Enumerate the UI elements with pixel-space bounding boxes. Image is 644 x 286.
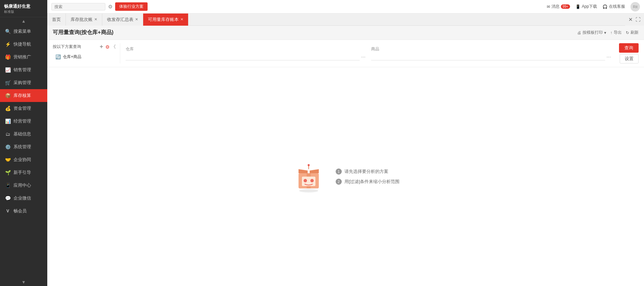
- scheme-warehouse-product[interactable]: 🔄 仓库+商品: [53, 52, 116, 61]
- filter-scheme-header: 按以下方案查询 ＋ ⚙ 《: [53, 43, 116, 50]
- topbar: ⚙ 体验行业方案 ✉ 消息 99+ 📱 App下载 🎧 在线客服 Rit: [47, 0, 644, 14]
- customer-service-label: 在线客服: [609, 4, 625, 9]
- chevron-down-icon[interactable]: ▾: [604, 30, 606, 35]
- sidebar-item-label: 资金管理: [14, 105, 31, 111]
- collapse-icon[interactable]: 《: [111, 44, 116, 50]
- sidebar-item-label: 基础信息: [14, 131, 31, 137]
- sidebar-item-operations[interactable]: 📊 经营管理: [0, 115, 47, 128]
- scroll-down-btn[interactable]: ▼: [0, 278, 47, 286]
- sidebar-item-label: 新手引导: [14, 170, 31, 176]
- filter-fields: 仓库 ··· 商品 ··· 查询 设置: [120, 43, 639, 63]
- sidebar-menu: 🔍 搜索菜单 ⚡ 快捷导航 🎁 营销推广 📈 销售管理 🛒 采购管理 📦 库存核…: [0, 25, 47, 278]
- topbar-right: ✉ 消息 99+ 📱 App下载 🎧 在线客服 Rit: [547, 2, 640, 11]
- export-label: 导出: [614, 30, 622, 35]
- sidebar-item-label: 营销推广: [14, 54, 31, 60]
- sidebar-item-inventory[interactable]: 📦 库存核算: [0, 89, 47, 102]
- svg-point-7: [308, 164, 310, 166]
- print-label: 按模板打印: [583, 30, 603, 35]
- sidebar-item-purchase[interactable]: 🛒 采购管理: [0, 76, 47, 89]
- query-button[interactable]: 查询: [619, 43, 639, 53]
- product-more-icon[interactable]: ···: [607, 54, 611, 60]
- scroll-up-btn[interactable]: ▲: [0, 17, 47, 25]
- user-avatar[interactable]: Rit: [630, 2, 640, 11]
- sidebar-item-sales[interactable]: 📈 销售管理: [0, 63, 47, 76]
- sidebar-item-label: 经营管理: [14, 118, 31, 124]
- tabbar: 首页 库存批次账 ✕ 收发存汇总表 ✕ 可用量库存账本 ✕ ✕ ⛶: [47, 14, 644, 26]
- tab-receivable-summary[interactable]: 收发存汇总表 ✕: [102, 14, 143, 26]
- filter-scheme-actions: ＋ ⚙ 《: [99, 43, 116, 50]
- tab-available-stock[interactable]: 可用量库存账本 ✕: [143, 14, 188, 26]
- warehouse-more-icon[interactable]: ···: [361, 54, 365, 60]
- filter-scheme-label: 按以下方案查询: [53, 44, 81, 50]
- tab-home-label: 首页: [52, 17, 61, 23]
- marketing-icon: 🎁: [5, 54, 11, 60]
- close-icon[interactable]: ✕: [94, 17, 97, 22]
- scheme-icon: 🔄: [55, 54, 61, 59]
- refresh-label: 刷新: [630, 30, 639, 35]
- sidebar-item-label: 采购管理: [14, 80, 31, 86]
- finance-icon: 💰: [5, 106, 11, 111]
- product-input-row: ···: [371, 53, 611, 60]
- tabbar-actions: ✕ ⛶: [625, 14, 644, 26]
- refresh-action[interactable]: ↻ 刷新: [626, 30, 639, 35]
- message-label: 消息: [551, 4, 560, 9]
- tip-text-1: 请先选择要分析的方案: [344, 168, 388, 175]
- tip-num-1: 1: [336, 168, 342, 175]
- gear-icon[interactable]: ⚙: [108, 4, 112, 10]
- warehouse-field: 仓库 ···: [126, 46, 366, 60]
- empty-tips: 1 请先选择要分析的方案 2 用[过滤]条件来缩小分析范围: [336, 168, 400, 185]
- refresh-icon: ↻: [626, 30, 629, 35]
- settings-scheme-icon[interactable]: ⚙: [105, 44, 110, 50]
- sidebar-item-marketing[interactable]: 🎁 营销推广: [0, 51, 47, 63]
- tab-batch-ledger-label: 库存批次账: [71, 17, 93, 23]
- sidebar-item-member[interactable]: V 畅会员: [0, 205, 47, 217]
- settings-button[interactable]: 设置: [620, 54, 639, 63]
- page-title: 可用量查询(按仓库+商品): [53, 29, 113, 36]
- search-menu-icon: 🔍: [5, 29, 11, 34]
- print-action[interactable]: 🖨 按模板打印 ▾: [577, 30, 606, 35]
- sidebar-item-app-center[interactable]: 📱 应用中心: [0, 179, 47, 192]
- tab-available-stock-label: 可用量库存账本: [148, 17, 179, 23]
- empty-state: 1 请先选择要分析的方案 2 用[过滤]条件来缩小分析范围: [47, 67, 644, 286]
- sidebar-item-label: 搜索菜单: [14, 28, 31, 34]
- sidebar-item-shortcut[interactable]: ⚡ 快捷导航: [0, 38, 47, 51]
- inventory-icon: 📦: [5, 93, 11, 98]
- sidebar-item-wechat[interactable]: 💬 企业微信: [0, 192, 47, 205]
- message-btn[interactable]: ✉ 消息 99+: [547, 4, 570, 9]
- close-icon[interactable]: ✕: [135, 17, 138, 22]
- add-scheme-icon[interactable]: ＋: [99, 43, 104, 50]
- expand-icon[interactable]: ⛶: [635, 16, 641, 23]
- customer-service-btn[interactable]: 🎧 在线客服: [602, 4, 625, 9]
- system-icon: ⚙️: [5, 144, 11, 150]
- sidebar-item-label: 企业微信: [14, 195, 31, 201]
- sidebar-item-enterprise[interactable]: 🤝 企业协同: [0, 153, 47, 166]
- sidebar-item-search[interactable]: 🔍 搜索菜单: [0, 25, 47, 38]
- sidebar-item-finance[interactable]: 💰 资金管理: [0, 102, 47, 115]
- page-content: 可用量查询(按仓库+商品) 🖨 按模板打印 ▾ ↑ 导出 ↻ 刷新: [47, 26, 644, 286]
- export-action[interactable]: ↑ 导出: [610, 30, 622, 35]
- sidebar-item-system[interactable]: ⚙️ 系统管理: [0, 140, 47, 153]
- wechat-icon: 💬: [5, 196, 11, 201]
- tab-batch-ledger[interactable]: 库存批次账 ✕: [66, 14, 102, 26]
- product-input[interactable]: [371, 53, 605, 60]
- sidebar-item-label: 库存核算: [14, 93, 31, 99]
- topbar-search-input[interactable]: [51, 3, 105, 10]
- sidebar: 畅康通好生意 标准版 ▲ 🔍 搜索菜单 ⚡ 快捷导航 🎁 营销推广 📈 销售管理…: [0, 0, 47, 286]
- svg-point-4: [304, 179, 307, 182]
- filter-schemes: 按以下方案查询 ＋ ⚙ 《 🔄 仓库+商品: [53, 43, 120, 63]
- sidebar-item-label: 畅会员: [14, 208, 27, 214]
- onboarding-icon: 🌱: [5, 170, 11, 175]
- warehouse-input-row: ···: [126, 53, 366, 60]
- message-badge: 99+: [561, 4, 570, 9]
- warehouse-input[interactable]: [126, 53, 360, 60]
- close-tab-icon[interactable]: ✕: [628, 16, 634, 23]
- sidebar-item-basic-info[interactable]: 🗂 基础信息: [0, 128, 47, 140]
- sidebar-item-label: 系统管理: [14, 144, 31, 150]
- tab-home[interactable]: 首页: [47, 14, 66, 26]
- logo-title: 畅康通好生意: [4, 3, 43, 9]
- close-icon[interactable]: ✕: [180, 17, 183, 22]
- sidebar-item-onboarding[interactable]: 🌱 新手引导: [0, 166, 47, 179]
- trial-button[interactable]: 体验行业方案: [115, 2, 148, 11]
- app-download-btn[interactable]: 📱 App下载: [575, 4, 597, 9]
- product-field: 商品 ···: [371, 46, 611, 60]
